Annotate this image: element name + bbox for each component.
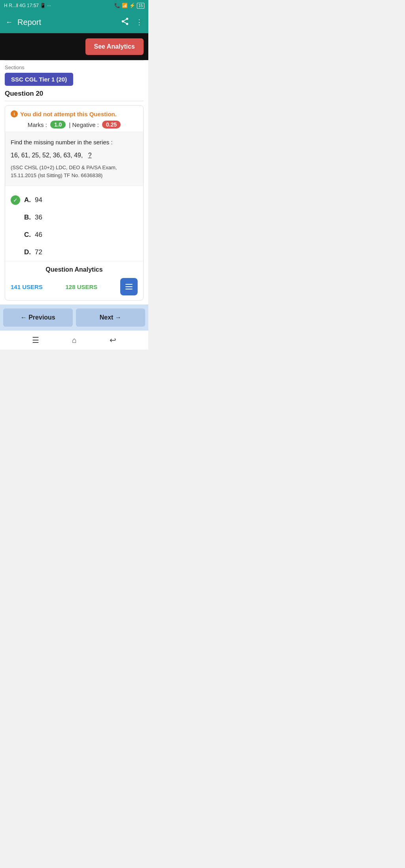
marks-badge: 1.0	[50, 121, 66, 129]
home-icon[interactable]: ⌂	[72, 336, 77, 345]
option-b-value: 36	[35, 214, 42, 221]
main-content: Sections SSC CGL Tier 1 (20) Question 20…	[0, 60, 148, 304]
next-button[interactable]: Next →	[76, 308, 146, 327]
negative-badge: 0.25	[102, 121, 121, 129]
battery-indicator: 15	[137, 3, 144, 9]
status-left: H R...ll 4G 17:57 📱 ···	[4, 3, 51, 8]
option-c-icon	[11, 230, 20, 240]
analytics-band: See Analytics	[0, 33, 148, 60]
option-row-c: C. 46	[11, 226, 138, 244]
question-text: Find the missing number in the series :	[11, 138, 138, 147]
option-d-value: 72	[35, 248, 42, 256]
back-button[interactable]: ←	[6, 18, 13, 26]
options-section: ✓ A. 94 B. 36 C. 46 D. 72	[5, 186, 143, 261]
hamburger-icon[interactable]: ☰	[32, 335, 39, 345]
question-source: (SSC CHSL (10+2) LDC, DEO & PA/SA Exam, …	[11, 164, 138, 180]
header: ← Report ⋮	[0, 11, 148, 33]
system-nav-bar: ☰ ⌂ ↩	[0, 331, 148, 350]
svg-rect-5	[125, 284, 132, 285]
sections-label: Sections	[5, 60, 144, 73]
option-a-value: 94	[35, 196, 42, 204]
correct-check-icon: ✓	[11, 195, 20, 205]
marks-row: Marks : 1.0 | Negative : 0.25	[11, 121, 138, 129]
bottom-nav: ← Previous Next →	[0, 304, 148, 331]
option-c-value: 46	[35, 231, 42, 239]
option-b-label: B.	[24, 214, 31, 221]
svg-point-2	[126, 23, 129, 25]
svg-rect-6	[125, 286, 132, 287]
share-button[interactable]	[121, 17, 129, 28]
info-icon: i	[11, 110, 18, 117]
question-body: Find the missing number in the series : …	[5, 132, 143, 186]
section-pill[interactable]: SSC CGL Tier 1 (20)	[5, 73, 73, 86]
option-c-label: C.	[24, 231, 31, 239]
header-title: Report	[17, 18, 41, 27]
blank-placeholder: ?	[88, 152, 92, 159]
status-right: 📞 📶 ⚡ 15	[114, 3, 144, 9]
wifi-icon: 📶	[122, 3, 128, 8]
header-icons: ⋮	[121, 17, 143, 28]
svg-point-1	[122, 20, 124, 23]
svg-point-0	[126, 17, 129, 20]
call-icon: 📞	[114, 3, 120, 8]
option-d-label: D.	[24, 248, 31, 256]
attempt-message: You did not attempt this Question.	[20, 111, 117, 117]
svg-rect-7	[125, 289, 132, 289]
question-series: 16, 61, 25, 52, 36, 63, 49, ?	[11, 150, 138, 161]
charging-icon: ⚡	[129, 3, 135, 8]
question-card: i You did not attempt this Question. Mar…	[5, 105, 144, 301]
analytics-row: 141 USERS 128 USERS	[11, 278, 138, 295]
marks-label: Marks :	[28, 121, 47, 128]
carrier-text: H R...ll	[4, 3, 18, 8]
svg-line-3	[124, 22, 126, 23]
see-analytics-button[interactable]: See Analytics	[85, 38, 144, 55]
negative-label: | Negative :	[69, 121, 99, 128]
attempt-notice: i You did not attempt this Question. Mar…	[5, 106, 143, 132]
status-bar: H R...ll 4G 17:57 📱 ··· 📞 📶 ⚡ 15	[0, 0, 148, 11]
option-a-label: A.	[24, 196, 31, 204]
option-row-a: ✓ A. 94	[11, 191, 138, 209]
analytics-list-button[interactable]	[120, 278, 138, 295]
previous-button[interactable]: ← Previous	[3, 308, 73, 327]
dots-icon: ···	[47, 3, 51, 8]
svg-line-4	[124, 19, 126, 21]
blue-users-count: 141 USERS	[11, 284, 43, 290]
attempt-text: i You did not attempt this Question.	[11, 110, 138, 117]
time-display: 17:57	[27, 3, 39, 8]
option-row-b: B. 36	[11, 209, 138, 226]
header-left: ← Report	[6, 18, 41, 27]
analytics-title: Question Analytics	[11, 266, 138, 273]
option-a-icon: ✓	[11, 195, 20, 205]
network-type: 4G	[19, 3, 26, 8]
green-users-count: 128 USERS	[66, 284, 98, 290]
option-row-d: D. 72	[11, 244, 138, 261]
back-nav-icon[interactable]: ↩	[110, 335, 116, 345]
menu-button[interactable]: ⋮	[136, 18, 143, 26]
analytics-section: Question Analytics 141 USERS 128 USERS	[5, 261, 143, 300]
whatsapp-icon: 📱	[40, 3, 46, 8]
option-d-icon	[11, 248, 20, 257]
question-number: Question 20	[5, 90, 144, 101]
option-b-icon	[11, 213, 20, 222]
